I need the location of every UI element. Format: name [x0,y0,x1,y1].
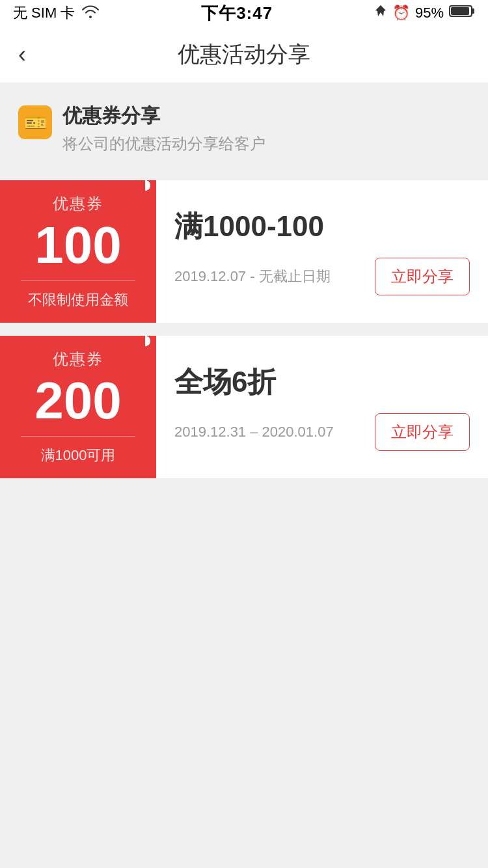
section-text-block: 优惠券分享 将公司的优惠活动分享给客户 [62,103,265,154]
coupon-list: 优惠券 100 不限制使用金额 满1000-100 2019.12.07 - 无… [0,167,488,498]
section-title: 优惠券分享 [62,103,265,129]
share-button-1[interactable]: 立即分享 [375,258,470,295]
empty-area [0,498,488,868]
nav-bar: ‹ 优惠活动分享 [0,26,488,83]
coupon-divider-1 [21,280,135,281]
svg-rect-2 [451,7,469,15]
coupon-name-1: 满1000-100 [174,208,470,246]
coupon-label-1: 优惠券 [53,193,103,214]
carrier-label: 无 SIM 卡 [13,3,75,23]
share-button-2[interactable]: 立即分享 [375,413,470,451]
page-title: 优惠活动分享 [178,40,310,70]
coupon-card-2: 优惠券 200 满1000可用 全场6折 2019.12.31 – 2020.0… [0,336,488,478]
status-bar: 无 SIM 卡 下午3:47 ⏰ 95% [0,0,488,26]
location-icon [374,4,387,22]
coupon-name-2: 全场6折 [174,363,470,401]
coupon-left-1: 优惠券 100 不限制使用金额 [0,180,156,323]
svg-rect-1 [472,8,474,14]
coupon-date-1: 2019.12.07 - 无截止日期 [174,267,367,286]
coupon-bottom-row-1: 2019.12.07 - 无截止日期 立即分享 [174,258,470,295]
section-header: 🎫 优惠券分享 将公司的优惠活动分享给客户 [0,83,488,167]
coupon-divider-2 [21,436,135,437]
coupon-left-2: 优惠券 200 满1000可用 [0,336,156,478]
status-left: 无 SIM 卡 [13,3,100,23]
back-button[interactable]: ‹ [18,41,26,68]
battery-icon [449,4,475,22]
status-time: 下午3:47 [201,2,273,25]
wifi-icon [81,4,100,22]
coupon-card-1: 优惠券 100 不限制使用金额 满1000-100 2019.12.07 - 无… [0,180,488,323]
coupon-date-2: 2019.12.31 – 2020.01.07 [174,424,367,441]
battery-percent: 95% [415,5,444,21]
coupon-right-1: 满1000-100 2019.12.07 - 无截止日期 立即分享 [156,180,488,323]
section-icon: 🎫 [18,105,52,139]
coupon-right-2: 全场6折 2019.12.31 – 2020.01.07 立即分享 [156,336,488,478]
coupon-bottom-row-2: 2019.12.31 – 2020.01.07 立即分享 [174,413,470,451]
status-right: ⏰ 95% [374,4,475,22]
coupon-amount-2: 200 [34,375,121,427]
coupon-label-2: 优惠券 [53,349,103,370]
coupon-condition-2: 满1000可用 [36,446,121,465]
coupon-condition-1: 不限制使用金额 [23,290,133,310]
alarm-icon: ⏰ [392,5,410,21]
section-subtitle: 将公司的优惠活动分享给客户 [62,133,265,154]
coupon-amount-1: 100 [34,219,121,271]
